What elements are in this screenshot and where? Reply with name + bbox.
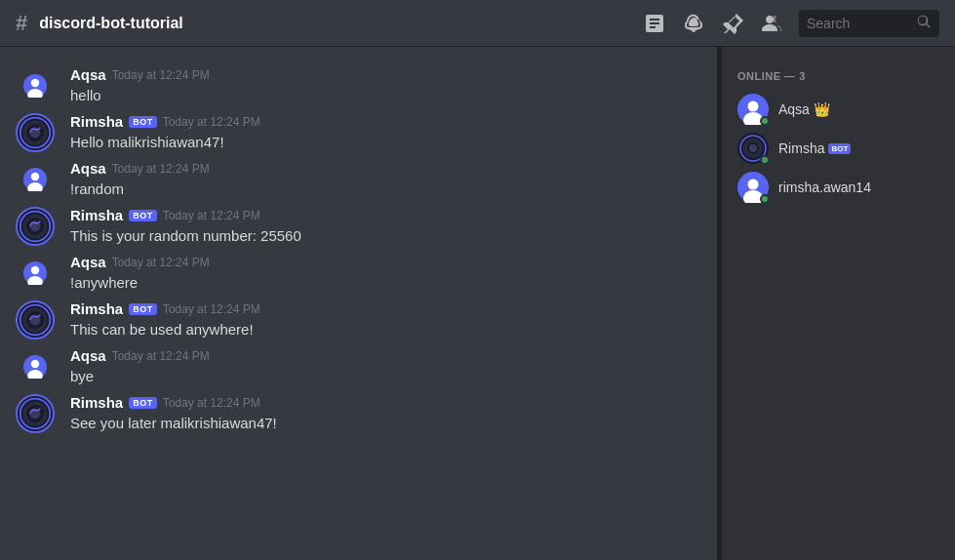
message-content: Aqsa Today at 12:24 PM !anywhere [70,254,701,293]
member-bot-badge: BOT [828,143,851,154]
channel-header: # discord-bot-tutorial [0,0,955,47]
member-name: Aqsa 👑 [778,101,939,117]
online-status-dot [760,155,770,165]
avatar [16,254,55,293]
main-content: Aqsa Today at 12:24 PM hello Rimsha BOT … [0,47,955,560]
message-item: Aqsa Today at 12:24 PM !random [0,156,717,203]
hash-icon: # [16,11,27,36]
svg-point-41 [748,180,759,190]
message-item: Aqsa Today at 12:24 PM !anywhere [0,250,717,297]
message-header: Rimsha BOT Today at 12:24 PM [70,207,701,223]
message-username: Aqsa [70,254,106,270]
message-username: Aqsa [70,160,106,177]
message-timestamp: Today at 12:24 PM [163,209,260,222]
member-avatar [737,94,769,125]
message-item: Rimsha BOT Today at 12:24 PM See you lat… [0,390,717,437]
message-content: Rimsha BOT Today at 12:24 PM This is you… [70,207,701,246]
svg-point-9 [31,173,39,180]
member-item[interactable]: rimsha.awan14 [730,168,947,207]
message-header: Rimsha BOT Today at 12:24 PM [70,113,701,130]
message-username: Rimsha [70,113,123,130]
bot-badge: BOT [129,303,157,315]
message-content: Aqsa Today at 12:24 PM hello [70,66,701,105]
message-header: Aqsa Today at 12:24 PM [70,254,701,270]
message-timestamp: Today at 12:24 PM [163,396,260,410]
message-header: Rimsha BOT Today at 12:24 PM [70,300,701,317]
avatar [16,113,55,152]
crown-icon: 👑 [814,101,830,117]
svg-point-25 [31,360,39,368]
member-avatar [737,172,769,203]
avatar [16,207,55,246]
member-item[interactable]: Aqsa 👑 [730,90,947,129]
online-section-header: ONLINE — 3 [730,62,947,86]
header-icons [643,10,939,37]
message-content: Aqsa Today at 12:24 PM !random [70,160,701,199]
message-content: Rimsha BOT Today at 12:24 PM Hello malik… [70,113,701,152]
message-header: Rimsha BOT Today at 12:24 PM [70,394,701,411]
message-content: Rimsha BOT Today at 12:24 PM See you lat… [70,394,701,433]
svg-point-1 [31,79,39,87]
search-icon [916,14,932,32]
message-header: Aqsa Today at 12:24 PM [70,160,701,177]
message-username: Aqsa [70,66,106,83]
message-username: Rimsha [70,207,123,223]
message-text: See you later malikrishiawan47! [70,413,701,433]
message-content: Rimsha BOT Today at 12:24 PM This can be… [70,300,701,340]
member-list-icon[interactable] [760,12,783,35]
avatar [16,300,55,340]
message-text: bye [70,366,701,386]
message-content: Aqsa Today at 12:24 PM bye [70,347,701,386]
avatar [16,394,55,433]
channel-name: discord-bot-tutorial [39,15,183,32]
member-list: ONLINE — 3 Aqsa 👑 [721,47,955,560]
bot-badge: BOT [129,397,157,409]
message-timestamp: Today at 12:24 PM [112,162,210,176]
message-username: Rimsha [70,300,123,317]
message-text: hello [70,85,701,105]
messages-area[interactable]: Aqsa Today at 12:24 PM hello Rimsha BOT … [0,47,717,560]
message-item: Rimsha BOT Today at 12:24 PM This is you… [0,203,717,250]
online-status-dot [760,116,770,126]
message-item: Rimsha BOT Today at 12:24 PM Hello malik… [0,109,717,156]
member-avatar [737,133,769,164]
online-status-dot [760,194,770,204]
member-name-area: Aqsa 👑 [778,101,939,117]
search-bar[interactable] [799,10,939,37]
member-name-area: rimsha.awan14 [778,180,939,195]
member-item[interactable]: Rimsha BOT [730,129,947,168]
member-name-area: Rimsha BOT [778,140,939,156]
message-timestamp: Today at 12:24 PM [112,256,210,269]
message-text: This can be used anywhere! [70,319,701,340]
message-text: !random [70,179,701,199]
message-timestamp: Today at 12:24 PM [163,115,260,129]
bot-badge: BOT [129,210,157,221]
avatar [16,160,55,199]
message-item: Aqsa Today at 12:24 PM bye [0,343,717,390]
message-text: Hello malikrishiawan47! [70,132,701,152]
avatar [16,347,55,386]
svg-point-17 [31,266,39,274]
svg-point-39 [749,144,757,152]
message-item: Rimsha BOT Today at 12:24 PM This can be… [0,297,717,343]
message-username: Aqsa [70,347,106,364]
threads-icon[interactable] [643,12,666,35]
avatar [16,66,55,105]
message-header: Aqsa Today at 12:24 PM [70,347,701,364]
bot-badge: BOT [129,116,157,128]
message-timestamp: Today at 12:24 PM [112,349,210,363]
notification-bell-icon[interactable] [682,12,705,35]
search-input[interactable] [807,16,910,31]
svg-point-33 [748,101,759,112]
member-name: Rimsha BOT [778,140,939,156]
message-timestamp: Today at 12:24 PM [112,68,210,82]
message-text: !anywhere [70,272,701,293]
message-header: Aqsa Today at 12:24 PM [70,66,701,83]
pinned-messages-icon[interactable] [721,12,744,35]
message-username: Rimsha [70,394,123,411]
member-name: rimsha.awan14 [778,180,939,195]
message-text: This is your random number: 25560 [70,225,701,246]
message-timestamp: Today at 12:24 PM [163,302,260,316]
message-item: Aqsa Today at 12:24 PM hello [0,62,717,109]
